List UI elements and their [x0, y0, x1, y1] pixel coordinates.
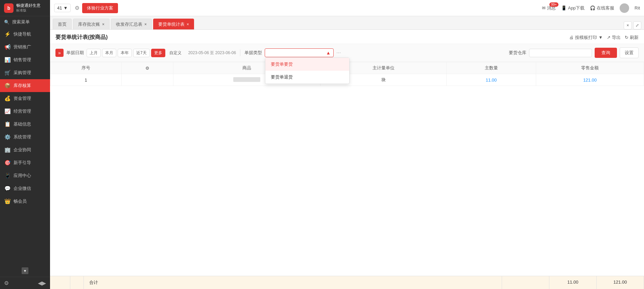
type-filter-chevron-icon[interactable]: ▲ — [326, 50, 331, 55]
marketing-icon: 📢 — [4, 44, 11, 50]
this-month-btn[interactable]: 本月 — [102, 49, 116, 57]
filter-type-more-icon[interactable]: ··· — [336, 50, 341, 56]
tab-order-summary[interactable]: 要货单统计表 × — [153, 19, 194, 29]
column-settings-icon[interactable]: ⚙ — [145, 66, 149, 71]
sidebar-item-wechat[interactable]: 💬 企业微信 — [0, 182, 50, 195]
guide-icon: 🎯 — [4, 160, 11, 166]
service-icon: 🎧 — [590, 5, 595, 10]
sidebar-nav: ⚡ 快捷导航 📢 营销推广 📊 销售管理 🛒 采购管理 📦 库存核算 💰 资金管… — [0, 28, 50, 266]
last-7-days-btn[interactable]: 近7天 — [133, 49, 150, 57]
quick-nav-icon: ⚡ — [4, 31, 11, 37]
app-download-btn[interactable]: 📱 App下载 — [561, 5, 585, 11]
sidebar-search-label: 搜索菜单 — [12, 19, 30, 25]
type-filter-input-wrap[interactable]: ▲ 要货单要货 要货单退货 — [265, 48, 334, 57]
app-name: 畅捷通好生意 — [16, 3, 41, 8]
col-quantity: 主数量 — [447, 62, 536, 74]
service-label: 在线客服 — [597, 5, 614, 11]
print-icon: 🖨 — [569, 35, 574, 40]
sidebar-item-enterprise[interactable]: 🏢 企业协同 — [0, 143, 50, 156]
tab-receivable-summary-close-icon[interactable]: × — [144, 22, 147, 27]
warehouse-filter-input[interactable] — [532, 50, 589, 55]
sidebar-item-system[interactable]: ⚙️ 系统管理 — [0, 131, 50, 143]
user-avatar[interactable] — [620, 3, 629, 13]
topbar-settings-icon[interactable]: ⚙ — [75, 5, 79, 11]
maximize-btn[interactable]: ⤢ — [633, 21, 641, 29]
tab-receivable-summary[interactable]: 收发存汇总表 × — [111, 19, 152, 29]
messages-btn[interactable]: ✉ 消息 99+ — [542, 5, 556, 11]
query-btn[interactable]: 查询 — [595, 48, 617, 58]
filter-type-section: 单据类型 ▲ 要货单要货 要货单退货 ··· — [244, 48, 506, 57]
sidebar-item-appstore[interactable]: 📱 应用中心 — [0, 169, 50, 182]
trial-btn[interactable]: 体验行业方案 — [82, 3, 118, 13]
warehouse-filter-label: 要货仓库 — [509, 50, 526, 56]
sidebar-item-label: 快捷导航 — [14, 31, 31, 37]
app-download-icon: 📱 — [561, 5, 567, 10]
customer-service-btn[interactable]: 🎧 在线客服 — [590, 5, 614, 11]
refresh-btn[interactable]: ↻ 刷新 — [625, 35, 639, 41]
tab-inventory-batch-close-icon[interactable]: × — [102, 22, 104, 27]
settings-icon[interactable]: ⚙ — [4, 280, 9, 286]
basic-icon: 📋 — [4, 121, 11, 127]
last-month-btn[interactable]: 上月 — [87, 49, 101, 57]
tab-home[interactable]: 首页 — [53, 19, 72, 29]
sidebar-item-label: 经营管理 — [14, 108, 31, 114]
sidebar-item-label: 应用中心 — [14, 173, 31, 179]
wechat-icon: 💬 — [4, 185, 11, 192]
footer-row: 合计 11.00 121.00 — [50, 276, 644, 289]
filter-expand-btn[interactable]: » — [55, 49, 64, 57]
date-range-text: 2023-05-06 至 2023-06-06 — [188, 50, 236, 56]
tabs-right: × ⤢ — [624, 21, 641, 29]
message-icon: ✉ — [542, 5, 546, 10]
sidebar-item-inventory[interactable]: 📦 库存核算 — [0, 79, 50, 92]
dropdown-item-return-order[interactable]: 要货单退货 — [265, 71, 349, 84]
this-year-btn[interactable]: 本年 — [118, 49, 132, 57]
warehouse-filter-input-wrap[interactable] — [529, 49, 592, 57]
tab-inventory-batch-label: 库存批次账 — [78, 21, 100, 27]
page-header-actions: 🖨 按模板打印 ▼ ↗ 导出 ↻ 刷新 — [569, 35, 639, 41]
sidebar-search[interactable]: 🔍 搜索菜单 — [0, 16, 50, 28]
app-edition: 标准版 — [16, 8, 41, 13]
sidebar-item-purchase[interactable]: 🛒 采购管理 — [0, 66, 50, 79]
close-all-tabs-btn[interactable]: × — [624, 21, 632, 29]
more-btn[interactable]: 更多 — [151, 49, 165, 57]
sidebar-item-finance[interactable]: 💰 资金管理 — [0, 92, 50, 105]
user-name: Rit — [635, 5, 640, 10]
sidebar-item-label: 系统管理 — [14, 134, 31, 140]
sidebar-item-label: 企业微信 — [14, 185, 31, 192]
dropdown-item-purchase-order[interactable]: 要货单要货 — [265, 58, 349, 71]
sidebar-item-basic[interactable]: 📋 基础信息 — [0, 118, 50, 131]
sidebar-bottom: ⚙ ◀▶ — [0, 277, 50, 289]
sidebar-item-operations[interactable]: 📈 经营管理 — [0, 105, 50, 118]
type-filter-input[interactable] — [268, 50, 325, 55]
sidebar-item-member[interactable]: 👑 畅会员 — [0, 195, 50, 208]
sidebar-item-quick-nav[interactable]: ⚡ 快捷导航 — [0, 28, 50, 41]
sidebar-item-label: 基础信息 — [14, 121, 31, 127]
filter-bar: » 单据日期 上月 本月 本年 近7天 更多 自定义 2023-05-06 至 … — [50, 44, 644, 62]
sidebar-item-marketing[interactable]: 📢 营销推广 — [0, 41, 50, 53]
tab-inventory-batch[interactable]: 库存批次账 × — [73, 19, 110, 29]
sidebar-item-label: 畅会员 — [14, 198, 27, 204]
filter-separator-1 — [240, 49, 240, 56]
search-icon: 🔍 — [4, 20, 9, 25]
sidebar-item-sales[interactable]: 📊 销售管理 — [0, 53, 50, 66]
cell-quantity[interactable]: 11.00 — [447, 74, 536, 86]
export-label: 导出 — [612, 35, 621, 41]
purchase-icon: 🛒 — [4, 70, 11, 76]
cell-index: 1 — [50, 74, 122, 86]
tab-order-summary-close-icon[interactable]: × — [187, 22, 189, 27]
page-title: 要货单统计表(按商品) — [55, 34, 108, 41]
collapse-icon[interactable]: ◀▶ — [38, 280, 46, 286]
export-icon: ↗ — [607, 35, 611, 40]
store-selector[interactable]: 41 ▼ — [54, 4, 71, 12]
print-btn[interactable]: 🖨 按模板打印 ▼ — [569, 35, 603, 41]
settings-btn[interactable]: 设置 — [620, 47, 639, 58]
footer-settings-cell — [70, 276, 84, 289]
sidebar-item-guide[interactable]: 🎯 新手引导 — [0, 156, 50, 169]
cell-amount[interactable]: 121.00 — [536, 74, 644, 86]
app-download-label: App下载 — [568, 5, 585, 11]
col-amount: 零售金额 — [536, 62, 644, 74]
custom-btn[interactable]: 自定义 — [167, 49, 184, 57]
sidebar-scroll-down-btn[interactable]: ▼ — [22, 267, 28, 274]
export-btn[interactable]: ↗ 导出 — [607, 35, 621, 41]
warehouse-section: 要货仓库 — [509, 49, 592, 57]
